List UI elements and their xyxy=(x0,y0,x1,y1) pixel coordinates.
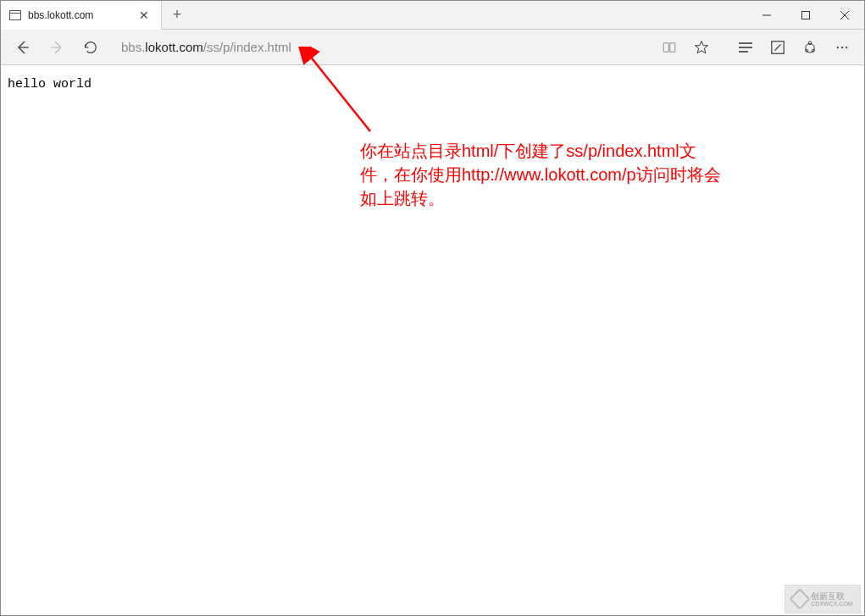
toolbar-right xyxy=(654,32,857,63)
url-prefix: bbs. xyxy=(121,40,145,54)
page-content: hello world 你在站点目录html/下创建了ss/p/index.ht… xyxy=(1,65,864,616)
refresh-button[interactable] xyxy=(75,32,106,63)
close-tab-icon[interactable]: ✕ xyxy=(134,5,154,25)
titlebar: bbs.lokott.com ✕ + xyxy=(1,1,864,30)
watermark-line1: 创新互联 xyxy=(811,592,852,601)
close-window-button[interactable] xyxy=(825,1,864,30)
address-bar[interactable]: bbs.lokott.com/ss/p/index.html xyxy=(109,35,644,60)
page-body-text: hello world xyxy=(8,77,91,92)
watermark-logo-icon xyxy=(790,588,811,609)
tab-title: bbs.lokott.com xyxy=(28,9,134,21)
page-icon xyxy=(9,10,21,20)
browser-tab[interactable]: bbs.lokott.com ✕ xyxy=(1,1,162,30)
more-icon[interactable] xyxy=(827,32,857,63)
new-tab-button[interactable]: + xyxy=(162,1,192,29)
svg-point-15 xyxy=(841,46,843,47)
favorite-star-icon[interactable] xyxy=(686,32,717,63)
annotation-text: 你在站点目录html/下创建了ss/p/index.html文件，在你使用htt… xyxy=(360,139,724,210)
svg-line-17 xyxy=(309,55,370,131)
window-controls xyxy=(747,1,864,29)
watermark-line2: CDXWCX.COM xyxy=(811,601,852,607)
hub-icon[interactable] xyxy=(730,32,761,63)
reading-view-icon[interactable] xyxy=(654,32,685,63)
titlebar-spacer xyxy=(192,1,747,29)
svg-rect-1 xyxy=(802,12,810,19)
forward-button[interactable] xyxy=(42,32,72,63)
url-host: lokott.com xyxy=(145,40,202,54)
toolbar: bbs.lokott.com/ss/p/index.html xyxy=(1,30,864,65)
svg-point-11 xyxy=(808,41,812,44)
back-button[interactable] xyxy=(8,32,38,63)
watermark: 创新互联 CDXWCX.COM xyxy=(785,585,861,613)
svg-point-14 xyxy=(837,46,839,47)
share-icon[interactable] xyxy=(795,32,825,63)
maximize-button[interactable] xyxy=(786,1,825,30)
url-path: /ss/p/index.html xyxy=(203,40,291,54)
minimize-button[interactable] xyxy=(747,1,786,30)
notes-icon[interactable] xyxy=(762,32,793,63)
svg-point-16 xyxy=(846,46,847,47)
